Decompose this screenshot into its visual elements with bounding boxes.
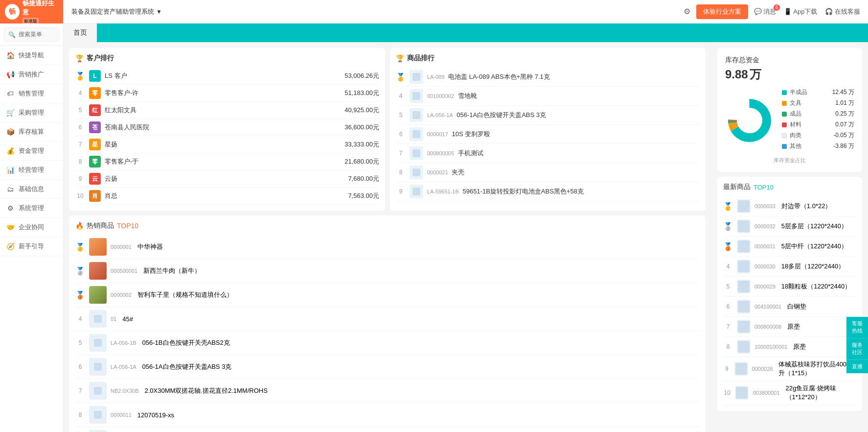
- table-row: 10 肖 肖总 7,563.00元: [75, 188, 379, 205]
- inventory-legend: 半成品 12.45 万 文具 1.01 万 成品 0.25 万: [782, 88, 854, 153]
- sidebar-item-guide[interactable]: 🧭 新手引导: [0, 237, 63, 256]
- inventory-chart-area: 半成品 12.45 万 文具 1.01 万 成品 0.25 万: [725, 88, 854, 153]
- sidebar-item-enterprise[interactable]: 🤝 企业协同: [0, 218, 63, 237]
- hot-product-img-5: [89, 334, 107, 352]
- product-img-6: [410, 166, 423, 179]
- sidebar-item-basic[interactable]: 🗂 基础信息: [0, 180, 63, 199]
- header-right: 💬 消息 6 📱 App下载 🎧 在线客服: [754, 7, 860, 16]
- new-product-img-2: [737, 219, 751, 233]
- svg-rect-4: [412, 149, 420, 157]
- sidebar: 畅 畅捷通好生意 标准版 🔍 搜索菜单 🏠 快捷导航 📢 营销推广 🏷 销售管理…: [0, 0, 64, 432]
- inventory-chart-label: 库存资金占比: [725, 157, 854, 164]
- nav-icon-sales: 🏷: [6, 89, 15, 98]
- product-img-4: [410, 127, 423, 141]
- legend-dot-semifinished: [782, 90, 787, 95]
- hot-medal-2: 🥈: [75, 266, 85, 276]
- svg-rect-2: [412, 111, 420, 119]
- system-title-dropdown[interactable]: 装备及固定资产辅助管理系统 ▼: [71, 7, 162, 16]
- product-medal-1: 🥇: [396, 72, 406, 82]
- table-row: 7 星 星扬 33,333.00元: [75, 136, 379, 153]
- main-wrapper: 装备及固定资产辅助管理系统 ▼ ⚙ 体验行业方案 💬 消息 6 📱 App下载 …: [64, 0, 868, 432]
- float-btn-hotline[interactable]: 客服 热线: [846, 317, 868, 338]
- inventory-total: 9.88 万: [725, 67, 854, 82]
- hot-product-img-1: [89, 238, 107, 256]
- sidebar-item-operations[interactable]: 📊 经营管理: [0, 161, 63, 180]
- sidebar-item-sales[interactable]: 🏷 销售管理: [0, 84, 63, 103]
- sidebar-item-inventory[interactable]: 📦 库存核算: [0, 122, 63, 142]
- customer-ranking-table: 🥇 L LS 客户 53,006.26元 4 零 零售客户-许 51,183.0…: [75, 68, 379, 205]
- nav-icon-guide: 🧭: [6, 242, 15, 251]
- table-row: 5 红 红太阳文具 40,925.00元: [75, 102, 379, 119]
- customer-badge-8: 肖: [89, 190, 101, 202]
- list-item: 8 0000011 12070519-xs: [75, 403, 700, 427]
- svg-rect-10: [94, 387, 102, 395]
- new-product-img-8: [737, 340, 751, 354]
- ranking-section: 🏆 客户排行 🥇 L LS 客户 53,006.26元 4 零: [69, 48, 706, 211]
- legend-item-material: 材料 0.07 万: [782, 120, 854, 129]
- flame-icon: 🔥: [75, 222, 84, 230]
- message-button[interactable]: 💬 消息 6: [754, 7, 777, 16]
- legend-dot-material: [782, 122, 787, 127]
- logo-text: 畅捷通好生意 标准版: [23, 0, 58, 25]
- sidebar-item-shortcut[interactable]: 🏠 快捷导航: [0, 46, 63, 65]
- try-plan-button[interactable]: 体验行业方案: [696, 4, 748, 19]
- sidebar-item-purchase[interactable]: 🛒 采购管理: [0, 103, 63, 122]
- tab-home[interactable]: 首页: [64, 24, 97, 42]
- sidebar-logo: 畅 畅捷通好生意 标准版: [0, 0, 63, 24]
- list-item: 🥇 0000001 中华神器: [75, 235, 700, 259]
- right-panel: 库存总资金 9.88 万: [711, 42, 868, 432]
- sidebar-item-marketing[interactable]: 📢 营销推广: [0, 65, 63, 84]
- sidebar-item-finance[interactable]: 💰 资金管理: [0, 142, 63, 161]
- hot-product-img-3: [89, 286, 107, 304]
- customer-badge-5: 星: [89, 139, 101, 150]
- trophy-icon: 🏆: [75, 54, 84, 62]
- product-ranking-card: 🏆 商品排行 🥇 LA-089 电池盖 LA-089 ABS本色+黑种 7.1克: [390, 48, 706, 211]
- hot-medal-1: 🥇: [75, 242, 85, 252]
- legend-item-meat: 肉类 -0.05 万: [782, 131, 854, 140]
- hot-products-list: 🥇 0000001 中华神器 🥈 000500001 新西兰牛肉（新牛） 🥉: [75, 235, 700, 432]
- rank-medal-1: 🥇: [75, 72, 85, 81]
- table-row: 4 零 零售客户-许 51,183.00元: [75, 85, 379, 102]
- float-buttons: 客服 热线 服务 社区 直播: [846, 317, 868, 373]
- search-icon: 🔍: [8, 31, 16, 38]
- product-img-2: [410, 89, 423, 103]
- legend-dot-other: [782, 144, 787, 149]
- table-row: 8 零 零售客户-于 21,680.00元: [75, 153, 379, 170]
- svg-rect-5: [412, 168, 420, 176]
- nav-icon-marketing: 📢: [6, 70, 15, 79]
- new-product-img-5: [737, 280, 751, 293]
- product-img-1: [410, 70, 423, 84]
- svg-rect-25: [738, 341, 750, 353]
- hot-product-img-6: [89, 358, 107, 376]
- new-products-card: 最新商品 TOP10 🥇 0000033 封边带（1.0*22） 🥈: [717, 177, 862, 411]
- hot-product-img-8: [89, 406, 107, 424]
- sidebar-item-system[interactable]: ⚙ 系统管理: [0, 199, 63, 218]
- online-service-button[interactable]: 🎧 在线客服: [825, 7, 860, 16]
- customer-badge-4: 苍: [89, 121, 101, 133]
- sidebar-search-area: 🔍 搜索菜单: [0, 24, 63, 46]
- inventory-title: 库存总资金: [725, 56, 854, 65]
- svg-rect-11: [94, 411, 102, 419]
- new-product-img-4: [737, 260, 751, 273]
- customer-badge-2: 零: [89, 87, 101, 99]
- main-content: 🏆 客户排行 🥇 L LS 客户 53,006.26元 4 零: [64, 42, 711, 432]
- svg-rect-18: [738, 200, 750, 212]
- svg-rect-20: [738, 240, 750, 252]
- list-item: 🥉 0000031 5层中纤（1220*2440）: [723, 237, 856, 257]
- hot-products-card: 🔥 热销商品 TOP10 🥇 0000001 中华神器 🥈 000500001: [69, 216, 706, 432]
- table-row: 9 LA-59651-1B 59651-1B旋转投影灯电池盒ABS黑色+58克: [396, 182, 700, 201]
- legend-dot-finished: [782, 112, 787, 117]
- settings-button[interactable]: ⚙: [684, 7, 690, 16]
- message-icon: 💬: [754, 8, 762, 15]
- nav-icon-system: ⚙: [6, 204, 15, 213]
- float-btn-live[interactable]: 直播: [846, 360, 868, 373]
- phone-icon: 📱: [784, 8, 792, 15]
- new-products-title: 最新商品 TOP10: [723, 183, 856, 192]
- table-row: 6 0000017 10S 变刹罗殴: [396, 125, 700, 144]
- list-item: 4 01 45#: [75, 307, 700, 331]
- app-download-button[interactable]: 📱 App下载: [784, 7, 817, 16]
- float-btn-community[interactable]: 服务 社区: [846, 338, 868, 360]
- customer-ranking-title: 🏆 客户排行: [75, 54, 379, 63]
- search-menu-button[interactable]: 🔍 搜索菜单: [4, 27, 59, 42]
- customer-badge-3: 红: [89, 104, 101, 116]
